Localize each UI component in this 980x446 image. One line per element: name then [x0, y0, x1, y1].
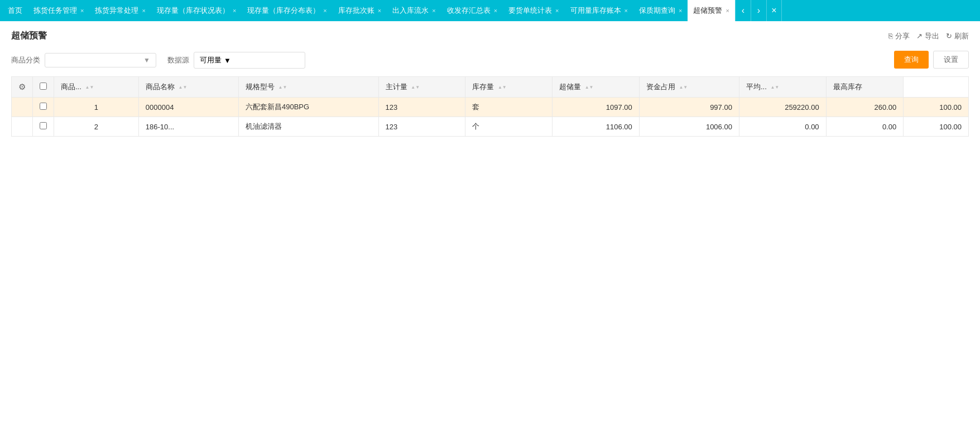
nav-item-available[interactable]: 可用量库存账本 ×: [565, 0, 633, 21]
nav-close-icon[interactable]: ×: [679, 7, 682, 14]
nav-item-batch[interactable]: 库存批次账 ×: [333, 0, 387, 21]
row-product-name: 机油滤清器: [238, 117, 378, 137]
page-header: 超储预警 ⎘ 分享 ↗ 导出 ↻ 刷新: [11, 30, 969, 42]
th-checkbox[interactable]: [33, 77, 54, 98]
sort-icon: ▲▼: [498, 85, 507, 90]
export-icon: ↗: [916, 32, 923, 40]
row-checkbox[interactable]: [40, 103, 47, 110]
nav-item-requisition[interactable]: 要货单统计表 ×: [503, 0, 564, 21]
row-max-stock: 100.00: [904, 117, 969, 137]
row-max-stock: 100.00: [904, 98, 969, 117]
th-avg[interactable]: 平均... ▲▼: [739, 77, 826, 98]
row-overstock: 997.00: [639, 98, 739, 117]
sort-icon: ▲▼: [770, 85, 779, 90]
nav-close-icon[interactable]: ×: [80, 7, 84, 14]
data-table: ⚙ 商品... ▲▼ 商品名称 ▲▼ 规格型号 ▲▼ 主计: [11, 76, 969, 137]
row-capital: 0.00: [739, 117, 826, 137]
datasource-filter: 数据源 可用量 ▼: [167, 52, 305, 69]
th-max-stock[interactable]: 最高库存: [826, 77, 904, 98]
table-row: 1 0000004 六配套新昌490BPG 123 套 1097.00 997.…: [12, 98, 969, 117]
table-row: 2 186-10... 机油滤清器 123 个 1106.00 1006.00 …: [12, 117, 969, 137]
settings-button[interactable]: 设置: [933, 51, 969, 69]
chevron-down-icon: ▼: [224, 56, 231, 65]
row-index: 1: [54, 98, 139, 117]
filters-container: 商品分类 ▼ 数据源 可用量 ▼ 查询 设置: [11, 51, 969, 69]
product-category-label: 商品分类: [11, 55, 40, 65]
nav-item-inout[interactable]: 出入库流水 ×: [387, 0, 441, 21]
row-spec: 123: [378, 117, 465, 137]
export-button[interactable]: ↗ 导出: [916, 31, 939, 41]
datasource-select[interactable]: 可用量 ▼: [194, 52, 305, 69]
row-settings-cell: [12, 98, 33, 117]
nav-item-picking-abnormal[interactable]: 拣货异常处理 ×: [89, 0, 151, 21]
nav-prev-arrow[interactable]: ‹: [735, 0, 751, 21]
th-stock[interactable]: 库存量 ▲▼: [465, 77, 553, 98]
row-spec: 123: [378, 98, 465, 117]
nav-item-inventory-dist[interactable]: 现存量（库存分布表） ×: [242, 0, 332, 21]
nav-close-icon[interactable]: ×: [555, 7, 559, 14]
nav-close-icon[interactable]: ×: [432, 7, 435, 14]
th-capital[interactable]: 资金占用 ▲▼: [639, 77, 739, 98]
page-title: 超储预警: [11, 30, 47, 42]
refresh-icon: ↻: [946, 32, 952, 40]
page-content: 超储预警 ⎘ 分享 ↗ 导出 ↻ 刷新 商品分类 ▼: [0, 21, 980, 446]
row-overstock: 1006.00: [639, 117, 739, 137]
nav-item-home[interactable]: 首页: [2, 0, 28, 21]
row-capital: 259220.00: [739, 98, 826, 117]
share-icon: ⎘: [888, 32, 893, 40]
row-checkbox-cell[interactable]: [33, 98, 54, 117]
product-category-filter: 商品分类 ▼: [11, 53, 156, 67]
sort-icon: ▲▼: [679, 85, 688, 90]
header-actions: ⎘ 分享 ↗ 导出 ↻ 刷新: [888, 31, 969, 41]
datasource-value-text: 可用量: [200, 55, 222, 65]
nav-item-picking-task[interactable]: 拣货任务管理 ×: [28, 0, 89, 21]
product-category-select[interactable]: ▼: [45, 53, 156, 67]
row-stock: 1097.00: [553, 98, 640, 117]
th-spec[interactable]: 规格型号 ▲▼: [238, 77, 378, 98]
nav-item-overstock[interactable]: 超储预警 ×: [688, 0, 734, 21]
row-stock: 1106.00: [553, 117, 640, 137]
nav-close-icon[interactable]: ×: [233, 7, 236, 14]
row-index: 2: [54, 117, 139, 137]
filters-left: 商品分类 ▼ 数据源 可用量 ▼: [11, 52, 894, 69]
query-button[interactable]: 查询: [894, 51, 929, 69]
settings-icon: ⚙: [18, 82, 26, 91]
row-unit: 套: [465, 98, 553, 117]
nav-close-active-icon[interactable]: ×: [726, 7, 729, 14]
nav-expand-arrow[interactable]: ×: [766, 0, 782, 21]
th-settings[interactable]: ⚙: [12, 77, 33, 98]
th-unit[interactable]: 主计量 ▲▼: [378, 77, 465, 98]
share-button[interactable]: ⎘ 分享: [888, 31, 910, 41]
th-product-code[interactable]: 商品... ▲▼: [54, 77, 139, 98]
th-overstock[interactable]: 超储量 ▲▼: [553, 77, 640, 98]
row-avg: 0.00: [826, 117, 904, 137]
sort-icon: ▲▼: [278, 85, 287, 90]
sort-icon: ▲▼: [178, 85, 187, 90]
nav-close-icon[interactable]: ×: [323, 7, 326, 14]
row-checkbox[interactable]: [40, 122, 47, 129]
row-product-code: 0000004: [138, 98, 238, 117]
th-product-name[interactable]: 商品名称 ▲▼: [138, 77, 238, 98]
row-unit: 个: [465, 117, 553, 137]
nav-item-inventory-status[interactable]: 现存量（库存状况表） ×: [151, 0, 242, 21]
row-product-code: 186-10...: [138, 117, 238, 137]
filters-right: 查询 设置: [894, 51, 969, 69]
row-product-name: 六配套新昌490BPG: [238, 98, 378, 117]
nav-close-icon[interactable]: ×: [378, 7, 381, 14]
row-settings-cell: [12, 117, 33, 137]
nav-item-quality[interactable]: 保质期查询 ×: [633, 0, 688, 21]
nav-close-icon[interactable]: ×: [494, 7, 497, 14]
nav-item-collect[interactable]: 收发存汇总表 ×: [441, 0, 503, 21]
row-avg: 260.00: [826, 98, 904, 117]
sort-icon: ▲▼: [85, 85, 94, 90]
row-checkbox-cell[interactable]: [33, 117, 54, 137]
top-nav: 首页 拣货任务管理 × 拣货异常处理 × 现存量（库存状况表） × 现存量（库存…: [0, 0, 980, 21]
table-header-row: ⚙ 商品... ▲▼ 商品名称 ▲▼ 规格型号 ▲▼ 主计: [12, 77, 969, 98]
select-all-checkbox[interactable]: [40, 83, 47, 90]
sort-icon: ▲▼: [585, 85, 594, 90]
refresh-button[interactable]: ↻ 刷新: [946, 31, 969, 41]
nav-next-arrow[interactable]: ›: [751, 0, 766, 21]
nav-close-icon[interactable]: ×: [624, 7, 628, 14]
nav-close-icon[interactable]: ×: [142, 7, 145, 14]
chevron-down-icon: ▼: [143, 56, 150, 64]
